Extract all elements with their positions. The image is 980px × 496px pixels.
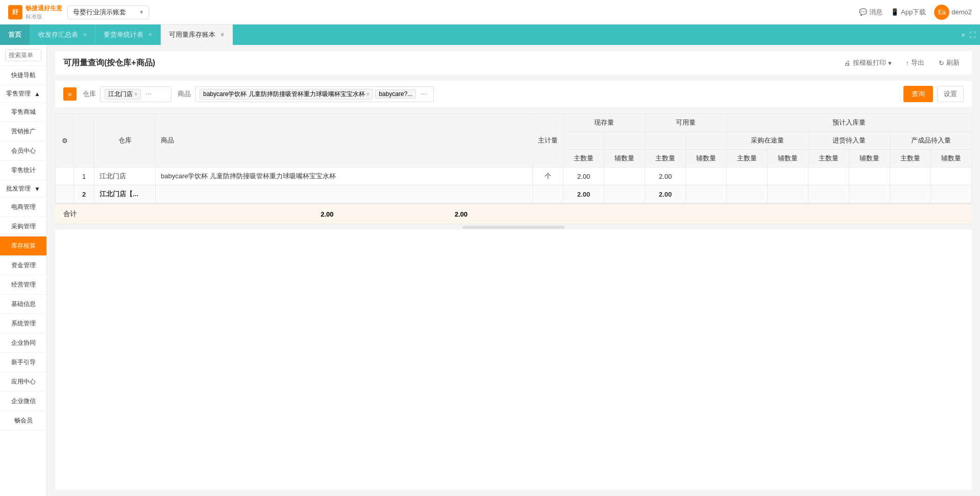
sidebar-item-mall[interactable]: 零售商城 <box>0 103 46 122</box>
col-produced-header: 产成品待入量 <box>890 132 972 150</box>
sidebar-item-wechat[interactable]: 企业微信 <box>0 392 46 411</box>
tab-close-order[interactable]: × <box>149 31 152 38</box>
filter-expand-button[interactable]: » <box>63 87 77 101</box>
col-produced-sub-header: 辅数量 <box>931 150 972 168</box>
chevron-icon: ▲ <box>34 90 40 98</box>
tab-close-receipt[interactable]: × <box>83 31 87 38</box>
avatar: Ea <box>934 5 949 20</box>
query-button[interactable]: 查询 <box>903 86 933 102</box>
col-avail-main-header: 主数量 <box>645 150 686 168</box>
row1-warehouse: 江北门店 <box>94 168 156 185</box>
print-button[interactable]: 🖨 按模板打印 ▾ <box>840 56 896 69</box>
sidebar-item-ecommerce[interactable]: 电商管理 <box>0 198 46 217</box>
sidebar-item-new-guide[interactable]: 新手引导 <box>0 353 46 372</box>
sidebar-item-enterprise[interactable]: 企业协同 <box>0 334 46 353</box>
tab-home[interactable]: 首页 <box>0 25 30 45</box>
product-tag1-close[interactable]: × <box>366 91 370 97</box>
warehouse-filter-input[interactable]: 江北门店 × ··· <box>100 86 172 102</box>
logo-area: 好 畅捷通好生意 标准版 <box>8 4 62 20</box>
col-incoming-header: 进货待入量 <box>808 132 890 150</box>
row2-produced-main <box>890 185 931 203</box>
sidebar-item-basic-info[interactable]: 基础信息 <box>0 295 46 314</box>
inventory-table: ⚙ 仓库 商品 主计量 现存量 可用量 预计入库量 <box>55 113 972 203</box>
table-container: ⚙ 仓库 商品 主计量 现存量 可用量 预计入库量 <box>55 113 972 490</box>
row1-stock-main: 2.00 <box>564 168 604 185</box>
tab-close-all[interactable]: × <box>961 31 965 39</box>
table-row: 2 江北门店【... 2.00 2.00 <box>56 185 972 203</box>
top-header: 好 畅捷通好生意 标准版 母婴行业演示账套 ▾ 💬 消息 📱 App下载 Ea … <box>0 0 980 25</box>
sidebar-item-zero-sales[interactable]: 零售管理 ▲ <box>0 85 46 103</box>
sidebar-item-retail-stats[interactable]: 零售统计 <box>0 161 46 180</box>
gear-icon: ⚙ <box>62 137 68 145</box>
sidebar-item-member[interactable]: 会员中心 <box>0 141 46 161</box>
message-icon: 💬 <box>859 8 867 16</box>
row2-stock-main: 2.00 <box>564 185 604 203</box>
col-purchase-header: 采购在途量 <box>727 132 808 150</box>
user-menu[interactable]: Ea demo2 <box>934 5 972 20</box>
row2-unit <box>533 185 564 203</box>
row2-gear <box>56 185 74 203</box>
product-more[interactable]: ··· <box>418 89 429 99</box>
col-warehouse-header: 仓库 <box>94 114 156 168</box>
row1-avail-sub <box>686 168 727 185</box>
page-title-actions: 🖨 按模板打印 ▾ ↑ 导出 ↻ 刷新 <box>840 56 964 69</box>
tab-order-stats[interactable]: 要货单统计表 × <box>95 25 161 45</box>
tab-close-inventory[interactable]: × <box>220 31 224 38</box>
download-button[interactable]: 📱 App下载 <box>891 8 926 17</box>
search-input[interactable] <box>5 49 41 61</box>
tab-receipt-summary[interactable]: 收发存汇总表 × <box>30 25 95 45</box>
row2-incoming-sub <box>849 185 890 203</box>
bottom-scrollbar[interactable] <box>55 224 972 230</box>
warehouse-filter: 仓库 江北门店 × ··· <box>83 86 172 102</box>
col-seq-header <box>74 114 94 168</box>
row1-gear <box>56 168 74 185</box>
col-avail-sub2-header <box>686 132 727 150</box>
row2-product <box>156 185 533 203</box>
row1-incoming-main <box>808 168 849 185</box>
row1-product: babycare学饮杯 儿童防摔防撞吸管杯重力球吸嘴杯宝宝水杯 <box>156 168 533 185</box>
product-filter-input[interactable]: babycare学饮杯 儿童防摔防撞吸管杯重力球吸嘴杯宝宝水杯 × babyca… <box>195 86 434 102</box>
footer-stock-main: 2.00 <box>293 210 360 218</box>
sidebar-item-marketing[interactable]: 营销推广 <box>0 122 46 141</box>
row1-purchase-main <box>727 168 768 185</box>
tab-expand[interactable]: ⛶ <box>969 31 976 39</box>
message-button[interactable]: 💬 消息 <box>859 8 883 17</box>
sidebar-item-quick-nav[interactable]: 快捷导航 <box>0 66 46 85</box>
sidebar-item-wholesale[interactable]: 批发管理 ▼ <box>0 180 46 198</box>
sidebar-item-purchase[interactable]: 采购管理 <box>0 217 46 237</box>
export-button[interactable]: ↑ 导出 <box>902 56 929 69</box>
table-footer: 合计 2.00 2.00 <box>55 203 972 224</box>
row2-seq: 2 <box>74 185 94 203</box>
chevron-icon-2: ▼ <box>34 185 40 193</box>
tab-nav: 首页 收发存汇总表 × 要货单统计表 × 可用量库存账本 × × ⛶ <box>0 25 980 45</box>
sidebar-item-finance[interactable]: 资金管理 <box>0 256 46 275</box>
footer-avail-main: 2.00 <box>428 210 495 218</box>
col-stock-header: 现存量 <box>564 114 645 132</box>
sidebar-item-operations[interactable]: 经营管理 <box>0 275 46 295</box>
scroll-thumb[interactable] <box>462 226 565 229</box>
warehouse-more[interactable]: ··· <box>143 89 154 99</box>
row1-unit: 个 <box>533 168 564 185</box>
warehouse-tag-close[interactable]: × <box>134 91 137 97</box>
col-gear-header[interactable]: ⚙ <box>56 114 74 168</box>
col-stock-main-header: 主数量 <box>564 150 604 168</box>
settings-button[interactable]: 设置 <box>937 86 964 102</box>
col-produced-main-header: 主数量 <box>890 150 931 168</box>
sidebar-item-system[interactable]: 系统管理 <box>0 314 46 334</box>
sidebar-item-vip[interactable]: 畅会员 <box>0 411 46 431</box>
warehouse-tag: 江北门店 × <box>105 89 141 100</box>
refresh-button[interactable]: ↻ 刷新 <box>935 56 964 69</box>
header-right: 💬 消息 📱 App下载 Ea demo2 <box>859 5 972 20</box>
sidebar-item-inventory[interactable]: 库存核算 <box>0 237 46 256</box>
sidebar-item-app-center[interactable]: 应用中心 <box>0 372 46 392</box>
tab-nav-controls: × ⛶ <box>961 25 980 45</box>
row2-produced-sub <box>931 185 972 203</box>
filter-area: » 仓库 江北门店 × ··· 商品 <box>55 81 972 107</box>
tab-available-inventory[interactable]: 可用量库存账本 × <box>161 25 233 45</box>
product-filter: 商品 babycare学饮杯 儿童防摔防撞吸管杯重力球吸嘴杯宝宝水杯 × bab… <box>178 86 434 102</box>
sidebar-search-area <box>0 45 46 66</box>
row2-purchase-main <box>727 185 768 203</box>
table-scroll[interactable]: ⚙ 仓库 商品 主计量 现存量 可用量 预计入库量 <box>55 113 972 203</box>
company-selector[interactable]: 母婴行业演示账套 ▾ <box>67 5 149 19</box>
page-title: 可用量查询(按仓库+商品) <box>63 58 155 68</box>
